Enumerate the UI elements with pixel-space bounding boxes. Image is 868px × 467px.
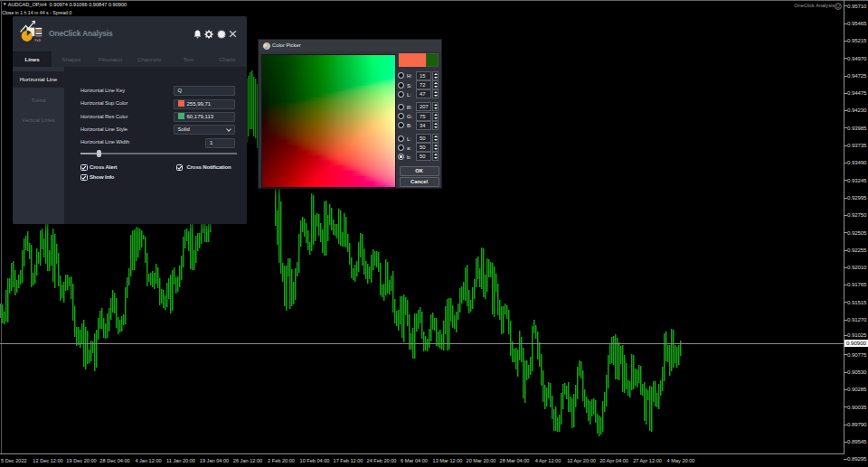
svg-text:FxD: FxD (35, 39, 42, 42)
